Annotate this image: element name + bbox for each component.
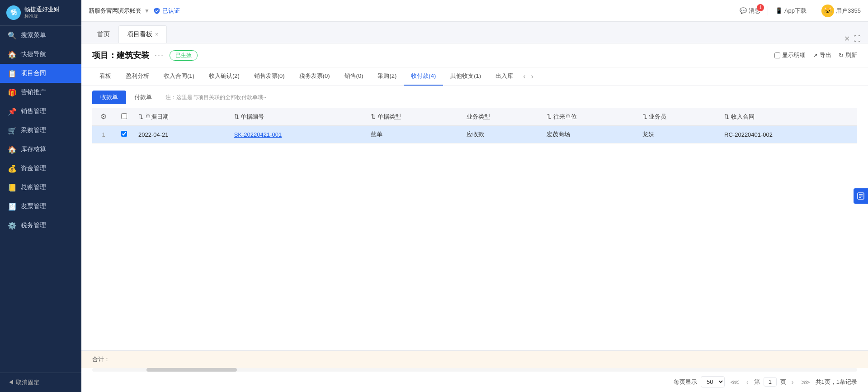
sidebar-item-invoice[interactable]: 🧾 发票管理 (0, 197, 81, 216)
sidebar-item-search[interactable]: 🔍 搜索菜单 (0, 26, 81, 45)
message-icon: 💬 (740, 7, 747, 14)
sidebar-item-project-contract[interactable]: 📋 项目合同 (0, 64, 81, 83)
side-float-button[interactable] (854, 188, 868, 204)
inventory-icon: 🏠 (8, 145, 16, 153)
refresh-button[interactable]: ↻ 刷新 (839, 51, 857, 59)
doc-number-link[interactable]: SK-20220421-001 (234, 131, 282, 138)
more-options-button[interactable]: ··· (155, 51, 164, 60)
tax-icon: ⚙️ (8, 221, 16, 229)
row-salesperson: 龙妹 (637, 126, 719, 143)
per-page-select[interactable]: 50 (701, 376, 725, 387)
sub-tab-note: 注：这里是与项目关联的全部收付款单哦~ (165, 94, 266, 101)
verified-label: 已认证 (162, 7, 180, 15)
settings-icon[interactable]: ⚙ (100, 113, 107, 120)
th-type[interactable]: ⇅ 单据类型 (365, 108, 461, 126)
sidebar-item-label: 营销推广 (21, 88, 46, 96)
tab-actions: ✕ ⛶ (844, 34, 861, 43)
th-partner[interactable]: ⇅ 往来单位 (541, 108, 637, 126)
th-salesperson[interactable]: ⇅ 业务员 (637, 108, 719, 126)
nav-prev-arrow[interactable]: ‹ (520, 69, 528, 84)
app-download-button[interactable]: 📱 App下载 (775, 7, 807, 15)
sidebar-item-label: 搜索菜单 (21, 31, 46, 39)
row-select-checkbox[interactable] (121, 131, 127, 137)
chevron-down-icon: ▼ (144, 8, 150, 14)
export-button[interactable]: ↗ 导出 (813, 51, 831, 59)
receipt-icon: 🧾 (8, 202, 16, 210)
sidebar-item-label: 发票管理 (21, 202, 46, 210)
project-header: 项目：建筑安装 ··· 已生效 显示明细 ↗ 导出 ↻ 刷新 (81, 43, 868, 67)
nav-tab-inout[interactable]: 出入库 (488, 67, 520, 86)
sidebar-item-inventory[interactable]: 🏠 库存核算 (0, 140, 81, 159)
sidebar-item-purchase-mgmt[interactable]: 🛒 采购管理 (0, 121, 81, 140)
nav-tab-sales-invoice[interactable]: 销售发票(0) (247, 67, 292, 86)
sidebar-item-sales-mgmt[interactable]: 📌 销售管理 (0, 102, 81, 121)
th-biz-type: 业务类型 (461, 108, 541, 126)
sidebar-item-quick-nav[interactable]: 🏠 快捷导航 (0, 45, 81, 64)
nav-tab-other-expense[interactable]: 其他收支(1) (443, 67, 488, 86)
th-income-contract[interactable]: ⇅ 收入合同 (719, 108, 857, 126)
account-selector[interactable]: 新服务官网演示账套 ▼ (89, 7, 150, 15)
sidebar-item-ledger[interactable]: 📒 总账管理 (0, 178, 81, 197)
select-all-checkbox[interactable] (121, 113, 127, 119)
next-page-button[interactable]: › (790, 378, 796, 387)
sort-icon6: ⇅ (724, 113, 731, 120)
nav-next-arrow[interactable]: › (528, 69, 536, 84)
sub-tab-receive-label: 收款单 (100, 94, 118, 100)
show-detail-label: 显示明细 (782, 51, 806, 59)
maximize-button[interactable]: ⛶ (854, 35, 861, 43)
nav-tab-kanban[interactable]: 看板 (92, 67, 118, 86)
tab-close-icon[interactable]: × (155, 31, 158, 38)
last-page-button[interactable]: ⋙ (799, 378, 812, 387)
show-detail-input[interactable] (774, 53, 780, 58)
sidebar-item-tax[interactable]: ⚙️ 税务管理 (0, 216, 81, 235)
nav-tab-income-contract[interactable]: 收入合同(1) (156, 67, 202, 86)
sidebar-unpin-button[interactable]: ◀ 取消固定 (0, 373, 81, 392)
sidebar-item-finance[interactable]: 💰 资金管理 (0, 159, 81, 178)
search-icon: 🔍 (8, 31, 16, 39)
project-icon: 📋 (8, 69, 16, 77)
gift-icon: 🎁 (8, 88, 16, 96)
row-number[interactable]: SK-20220421-001 (229, 126, 365, 143)
user-button[interactable]: 🐱 用户3355 (821, 5, 861, 17)
horizontal-scrollbar[interactable] (92, 368, 857, 372)
scrollbar-thumb[interactable] (146, 368, 237, 372)
th-number[interactable]: ⇅ 单据编号 (229, 108, 365, 126)
sub-tab-receive[interactable]: 收款单 (92, 91, 126, 104)
topbar-left: 新服务官网演示账套 ▼ 已认证 (89, 7, 732, 15)
sidebar-item-marketing[interactable]: 🎁 营销推广 (0, 83, 81, 102)
sidebar-item-label: 库存核算 (21, 145, 46, 153)
prev-page-button[interactable]: ‹ (745, 378, 750, 387)
nav-tab-tax-invoice[interactable]: 税务发票(0) (292, 67, 337, 86)
messages-badge: 1 (757, 4, 764, 11)
sidebar-item-label: 销售管理 (21, 107, 46, 115)
nav-tab-profit[interactable]: 盈利分析 (118, 67, 156, 86)
nav-tab-purchase[interactable]: 采购(2) (370, 67, 404, 86)
sub-tab-pay[interactable]: 付款单 (126, 91, 160, 104)
row-checkbox[interactable] (115, 126, 133, 143)
sidebar-item-label: 总账管理 (21, 183, 46, 191)
nav-tabs: 看板 盈利分析 收入合同(1) 收入确认(2) 销售发票(0) 税务发票(0) … (81, 67, 868, 86)
export-icon: ↗ (813, 52, 818, 59)
nav-tab-payment[interactable]: 收付款(4) (404, 67, 443, 86)
table-container: ⚙ ⇅ 单据日期 ⇅ 单据编号 (81, 104, 868, 350)
close-window-button[interactable]: ✕ (844, 34, 850, 43)
show-detail-checkbox[interactable]: 显示明细 (774, 51, 806, 59)
nav-tab-income-confirm[interactable]: 收入确认(2) (202, 67, 247, 86)
table-row[interactable]: 1 2022-04-21 SK-20220421-001 蓝单 应收款 宏茂商场… (92, 126, 857, 143)
row-index: 1 (92, 126, 115, 143)
tab-home[interactable]: 首页 (89, 25, 118, 43)
project-label: 项目：建筑安装 (92, 50, 149, 61)
sort-icon: ⇅ (138, 113, 145, 120)
total-label: 合计： (92, 355, 110, 363)
sort-icon2: ⇅ (234, 113, 241, 120)
data-table: ⚙ ⇅ 单据日期 ⇅ 单据编号 (92, 108, 857, 143)
topbar-right: 💬 消息 1 📱 App下载 🐱 用户3355 (740, 5, 861, 17)
messages-button[interactable]: 💬 消息 1 (740, 7, 760, 15)
divider (768, 6, 768, 15)
first-page-button[interactable]: ⋘ (728, 378, 741, 387)
tab-project-board[interactable]: 项目看板 × (118, 25, 167, 43)
sort-icon4: ⇅ (547, 113, 553, 120)
th-date[interactable]: ⇅ 单据日期 (133, 108, 229, 126)
nav-tab-sales[interactable]: 销售(0) (337, 67, 371, 86)
th-settings[interactable]: ⚙ (92, 108, 115, 126)
